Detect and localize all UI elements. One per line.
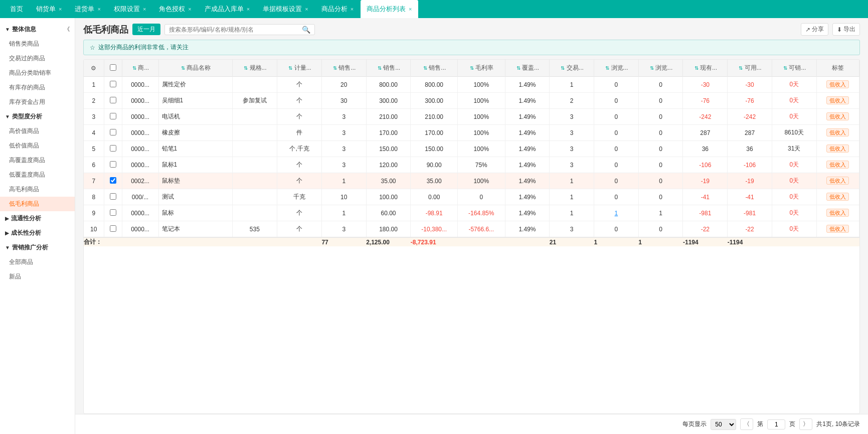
row-checkbox[interactable] — [104, 157, 122, 173]
row-code: 0000... — [122, 157, 158, 173]
export-button[interactable]: ⬇ 导出 — [832, 23, 860, 36]
close-icon[interactable]: × — [351, 6, 354, 12]
sidebar-group-growth-analysis[interactable]: ▶ 成长性分析 — [0, 226, 75, 240]
sidebar-item-high-value[interactable]: 高价值商品 — [0, 124, 75, 138]
sort-icon[interactable]: ⇅ — [561, 65, 565, 71]
row-name: 鼠标 — [158, 205, 232, 221]
row-unit: 个 — [277, 77, 322, 93]
settings-column-header[interactable]: ⚙ — [84, 60, 104, 77]
sidebar-item-high-margin[interactable]: 高毛利商品 — [0, 182, 75, 197]
close-icon[interactable]: × — [59, 6, 62, 12]
next-page-button[interactable]: 〉 — [799, 418, 812, 430]
sales-price-column-header: ⇅ 销售... — [366, 60, 411, 77]
select-all-checkbox[interactable] — [110, 64, 116, 71]
sort-icon[interactable]: ⇅ — [378, 65, 382, 71]
page-title: 低毛利商品 — [83, 24, 128, 36]
sort-icon[interactable]: ⇅ — [181, 65, 185, 71]
row-checkbox[interactable] — [104, 93, 122, 109]
row-unit: 个,千克 — [277, 141, 322, 157]
sort-icon[interactable]: ⇅ — [132, 65, 136, 71]
sidebar-item-all-goods[interactable]: 全部商品 — [0, 255, 75, 269]
row-margin-rate: 0 — [457, 189, 505, 205]
row-checkbox[interactable] — [104, 77, 122, 93]
sidebar-group-overview[interactable]: ▼ 整体信息 《 — [0, 22, 75, 37]
close-icon[interactable]: × — [143, 6, 146, 12]
top-navigation: 首页 销货单 × 进货单 × 权限设置 × 角色授权 × 产成品入库单 × 单据… — [0, 0, 868, 18]
sidebar-item-in-stock[interactable]: 有库存的商品 — [0, 80, 75, 95]
row-saleable: 31天 — [772, 141, 816, 157]
sidebar-group-marketing-analysis[interactable]: ▼ 营销推广分析 — [0, 240, 75, 255]
sidebar-item-traded-goods[interactable]: 交易过的商品 — [0, 51, 75, 66]
filter-button[interactable]: 近一月 — [132, 24, 160, 35]
row-tag: 低收入 — [816, 77, 859, 93]
collapse-icon[interactable]: 《 — [64, 26, 70, 33]
row-name: 电话机 — [158, 109, 232, 125]
close-icon[interactable]: × — [409, 6, 412, 12]
share-button[interactable]: ↗ 分享 — [801, 23, 828, 36]
row-checkbox[interactable] — [104, 221, 122, 238]
row-view1: 0 — [594, 93, 639, 109]
row-coverage: 1.49% — [505, 157, 550, 173]
row-trade-count: 3 — [550, 109, 594, 125]
close-icon[interactable]: × — [97, 6, 100, 12]
table-row: 6 0000... 鼠标1 个 3 120.00 90.00 75% 1.49%… — [84, 157, 859, 173]
sort-icon[interactable]: ⇅ — [333, 65, 337, 71]
row-available: -22 — [728, 221, 772, 238]
nav-item-product-analysis-list[interactable]: 商品分析列表 × — [361, 0, 418, 18]
row-tag: 低收入 — [816, 189, 859, 205]
sort-icon[interactable]: ⇅ — [783, 65, 787, 71]
sort-icon[interactable]: ⇅ — [605, 65, 609, 71]
close-icon[interactable]: × — [188, 6, 191, 12]
sidebar-item-new-goods[interactable]: 新品 — [0, 269, 75, 284]
search-input[interactable] — [169, 26, 302, 33]
checkbox-column-header[interactable] — [104, 60, 122, 77]
sidebar-item-sales-goods[interactable]: 销售类商品 — [0, 37, 75, 51]
search-icon[interactable]: 🔍 — [302, 26, 310, 34]
prev-page-button[interactable]: 〈 — [740, 418, 753, 430]
sidebar-group-flow-analysis[interactable]: ▶ 流通性分析 — [0, 211, 75, 226]
row-checkbox[interactable] — [104, 173, 122, 189]
sort-icon[interactable]: ⇅ — [516, 65, 520, 71]
page-number-input[interactable] — [767, 419, 785, 429]
nav-item-product-inbound[interactable]: 产成品入库单 × — [199, 0, 256, 18]
sidebar-item-high-coverage[interactable]: 高覆盖度商品 — [0, 153, 75, 168]
sort-icon[interactable]: ⇅ — [695, 65, 699, 71]
sidebar-item-low-margin[interactable]: 低毛利商品 — [0, 197, 75, 211]
nav-item-template[interactable]: 单据模板设置 × — [257, 0, 314, 18]
row-checkbox[interactable] — [104, 205, 122, 221]
row-checkbox[interactable] — [104, 125, 122, 141]
settings-icon[interactable]: ⚙ — [91, 65, 96, 72]
sidebar-item-stock-capital[interactable]: 库存资金占用 — [0, 95, 75, 109]
chevron-right-icon: ▶ — [5, 216, 9, 221]
row-tag: 低收入 — [816, 93, 859, 109]
sidebar-item-low-coverage[interactable]: 低覆盖度商品 — [0, 168, 75, 182]
footer-empty1 — [457, 237, 505, 246]
sort-icon[interactable]: ⇅ — [650, 65, 654, 71]
row-checkbox[interactable] — [104, 109, 122, 125]
row-coverage: 1.49% — [505, 125, 550, 141]
close-icon[interactable]: × — [247, 6, 250, 12]
nav-item-sales[interactable]: 销货单 × — [30, 0, 68, 18]
row-checkbox[interactable] — [104, 189, 122, 205]
sort-icon[interactable]: ⇅ — [423, 65, 427, 71]
per-page-select[interactable]: 50 20 100 — [711, 419, 736, 430]
sidebar-item-category-rate[interactable]: 商品分类助销率 — [0, 66, 75, 80]
row-code: 0000... — [122, 141, 158, 157]
close-icon[interactable]: × — [305, 6, 308, 12]
nav-item-product-analysis[interactable]: 商品分析 × — [315, 0, 360, 18]
sort-icon[interactable]: ⇅ — [739, 65, 743, 71]
row-spec — [232, 173, 277, 189]
nav-item-roles[interactable]: 角色授权 × — [153, 0, 197, 18]
nav-item-home[interactable]: 首页 — [4, 0, 29, 18]
row-checkbox[interactable] — [104, 141, 122, 157]
sort-icon[interactable]: ⇅ — [288, 65, 292, 71]
sort-icon[interactable]: ⇅ — [470, 65, 474, 71]
row-saleable: 0天 — [772, 189, 816, 205]
nav-item-permissions[interactable]: 权限设置 × — [108, 0, 152, 18]
nav-item-purchase[interactable]: 进货单 × — [69, 0, 106, 18]
row-spec — [232, 109, 277, 125]
sort-icon[interactable]: ⇅ — [244, 65, 248, 71]
row-view2: 0 — [638, 157, 683, 173]
sidebar-item-low-value[interactable]: 低价值商品 — [0, 138, 75, 153]
sidebar-group-type-analysis[interactable]: ▼ 类型度分析 — [0, 109, 75, 124]
